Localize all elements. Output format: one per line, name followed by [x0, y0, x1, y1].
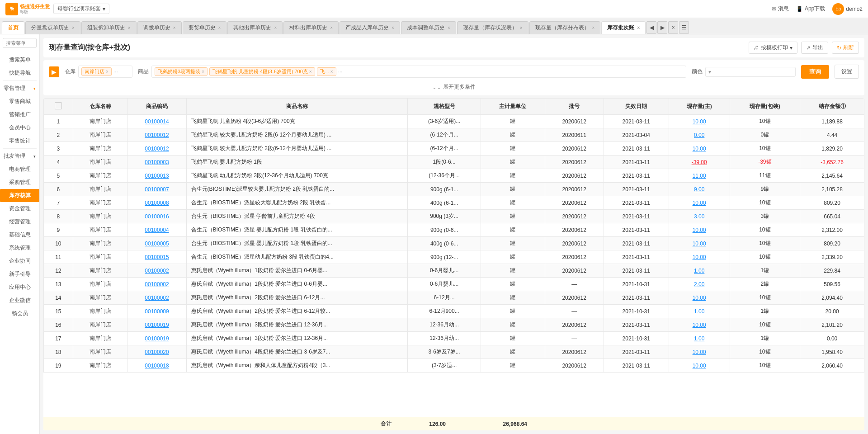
sidebar-item-search[interactable]: 搜索英单: [0, 53, 39, 66]
th-batch[interactable]: 批号: [545, 99, 604, 115]
th-qty-pack[interactable]: 现存量(包装): [730, 99, 800, 115]
tab-xian-cun-fen-close[interactable]: ×: [592, 25, 595, 30]
product-tag-3[interactable]: 飞... ×: [317, 67, 336, 76]
sidebar-item-basic[interactable]: 基础信息: [0, 228, 39, 241]
warehouse-tag[interactable]: 南岸门店 ×: [81, 67, 112, 76]
cell-qty-main[interactable]: 10.00: [669, 359, 730, 373]
tab-cai-liao[interactable]: 材料出库单历史 ×: [283, 21, 339, 34]
product-tag-1-close[interactable]: ×: [202, 69, 204, 74]
cell-qty-main[interactable]: 11.00: [669, 169, 730, 183]
sidebar-item-apps[interactable]: 应用中心: [0, 281, 39, 294]
export-btn[interactable]: ↗ 导出: [801, 42, 828, 54]
tab-qi-ta-chu-close[interactable]: ×: [274, 25, 277, 30]
product-tag-3-close[interactable]: ×: [330, 69, 333, 74]
tab-xian-cun-pi[interactable]: 库存批次账 ×: [601, 21, 646, 34]
cell-code[interactable]: 00100012: [127, 142, 186, 156]
tab-next-btn[interactable]: ▶: [657, 21, 667, 34]
tab-cheng-ben[interactable]: 成本调整单历史 ×: [401, 21, 456, 34]
warehouse-tag-close[interactable]: ×: [106, 69, 108, 74]
sidebar-item-member[interactable]: 会员中心: [0, 121, 39, 134]
filter-expand-btn[interactable]: ▶: [49, 66, 59, 77]
sidebar-item-ecommerce[interactable]: 电商管理: [0, 163, 39, 176]
tab-chan-pin[interactable]: 产成品入库单历史 ×: [340, 21, 400, 34]
tab-home[interactable]: 首页: [2, 21, 24, 34]
cell-code[interactable]: 00100015: [127, 250, 186, 264]
tab-yao-huo-close[interactable]: ×: [218, 25, 221, 30]
sidebar-item-quick[interactable]: 快捷导航: [0, 66, 39, 80]
cell-code[interactable]: 00100012: [127, 128, 186, 142]
sidebar-item-vip[interactable]: 畅会员: [0, 307, 39, 320]
cell-code[interactable]: 00100008: [127, 196, 186, 210]
color-filter-wrap[interactable]: ▾: [705, 67, 796, 77]
sidebar-item-management[interactable]: 经营管理: [0, 215, 39, 228]
color-dropdown[interactable]: ▾: [708, 69, 711, 75]
cell-qty-main[interactable]: 0.00: [669, 128, 730, 142]
cell-code[interactable]: 00100007: [127, 183, 186, 196]
tab-close-btn[interactable]: ×: [668, 21, 678, 34]
th-code[interactable]: 商品编码: [127, 99, 186, 115]
cell-code[interactable]: 00100013: [127, 169, 186, 183]
sidebar-item-guide[interactable]: 新手引导: [0, 268, 39, 281]
cell-qty-main[interactable]: 10.00: [669, 345, 730, 359]
tab-chan-pin-close[interactable]: ×: [392, 25, 394, 30]
cell-code[interactable]: 00100020: [127, 345, 186, 359]
sidebar-item-marketing[interactable]: 营销推广: [0, 108, 39, 121]
user-avatar[interactable]: Ea demo2: [832, 3, 863, 15]
tab-menu-btn[interactable]: ☰: [679, 21, 689, 34]
cell-qty-main[interactable]: 1.00: [669, 264, 730, 278]
sidebar-item-company[interactable]: 企业协同: [0, 255, 39, 268]
product-filter-wrap[interactable]: 飞鹤奶粉3段两提装 × 飞鹤星飞帆 儿童奶粉 4段(3-6岁适用) 700克 ×…: [151, 66, 686, 78]
cell-qty-main[interactable]: 10.00: [669, 142, 730, 156]
cell-qty-main[interactable]: 2.00: [669, 278, 730, 291]
cell-code[interactable]: 00100003: [127, 156, 186, 169]
tab-zu-chai-close[interactable]: ×: [128, 25, 131, 30]
cell-code[interactable]: 00100018: [127, 359, 186, 373]
th-qty-main[interactable]: 现存量(主): [669, 99, 730, 115]
cell-qty-main[interactable]: -39.00: [669, 156, 730, 169]
sidebar-item-retail[interactable]: 零售管理 ▾: [0, 82, 39, 95]
cell-qty-main[interactable]: 3.00: [669, 210, 730, 223]
cell-code[interactable]: 00100002: [127, 278, 186, 291]
tab-fen-pan-close[interactable]: ×: [72, 25, 75, 30]
cell-code[interactable]: 00100016: [127, 210, 186, 223]
query-btn[interactable]: 查询: [801, 65, 829, 79]
template-print-btn[interactable]: 🖨 按模板打印 ▾: [749, 42, 797, 54]
sidebar-item-purchase[interactable]: 采购管理: [0, 176, 39, 189]
cell-qty-main[interactable]: 10.00: [669, 237, 730, 250]
th-expire[interactable]: 失效日期: [604, 99, 669, 115]
refresh-btn[interactable]: ↻ 刷新: [832, 42, 859, 54]
cell-qty-main[interactable]: 10.00: [669, 250, 730, 264]
product-tag-2-close[interactable]: ×: [309, 69, 312, 74]
cell-code[interactable]: 00100019: [127, 332, 186, 345]
tab-fen-pan[interactable]: 分量盘点单历史 ×: [25, 21, 80, 34]
sidebar-item-system[interactable]: 系统管理: [0, 241, 39, 255]
product-tag-1[interactable]: 飞鹤奶粉3段两提装 ×: [155, 67, 208, 76]
warehouse-filter-dots[interactable]: ...: [113, 67, 118, 76]
tab-xian-cun-fen[interactable]: 现存量（库存分布表） ×: [529, 21, 601, 34]
warehouse-filter-wrap[interactable]: 南岸门店 × ...: [78, 66, 132, 78]
tab-yao-huo[interactable]: 要货单历史 ×: [183, 21, 227, 34]
table-scroll-area[interactable]: 仓库名称 商品编码 商品名称 规格型号 主计量单位 批号 失效日期 现存量(主)…: [43, 98, 864, 417]
tab-tiao-bo-close[interactable]: ×: [173, 25, 176, 30]
cell-qty-main[interactable]: 10.00: [669, 115, 730, 128]
tab-cheng-ben-close[interactable]: ×: [448, 25, 450, 30]
settings-btn[interactable]: 设置: [835, 65, 859, 79]
sidebar-item-shop[interactable]: 零售商城: [0, 95, 39, 108]
tab-tiao-bo[interactable]: 调拨单历史 ×: [137, 21, 182, 34]
tab-qi-ta-chu[interactable]: 其他出库单历史 ×: [227, 21, 283, 34]
sidebar-item-stats[interactable]: 零售统计: [0, 134, 39, 147]
cell-qty-main[interactable]: 10.00: [669, 196, 730, 210]
cell-code[interactable]: 00100009: [127, 305, 186, 318]
sidebar-item-wechat[interactable]: 企业微信: [0, 294, 39, 307]
tab-xian-cun-ku[interactable]: 现存量（库存状况表） ×: [457, 21, 528, 34]
sidebar-item-wholesale[interactable]: 批发管理 ▾: [0, 150, 39, 163]
th-amount[interactable]: 结存金额①: [800, 99, 864, 115]
product-tag-2[interactable]: 飞鹤星飞帆 儿童奶粉 4段(3-6岁适用) 700克 ×: [209, 67, 315, 76]
cell-qty-main[interactable]: 1.00: [669, 305, 730, 318]
cell-code[interactable]: 00100005: [127, 237, 186, 250]
th-warehouse[interactable]: 仓库名称: [73, 99, 127, 115]
sidebar-item-finance[interactable]: 资金管理: [0, 202, 39, 215]
cell-code[interactable]: 00100002: [127, 264, 186, 278]
cell-code[interactable]: 00100014: [127, 115, 186, 128]
tab-cai-liao-close[interactable]: ×: [330, 25, 333, 30]
